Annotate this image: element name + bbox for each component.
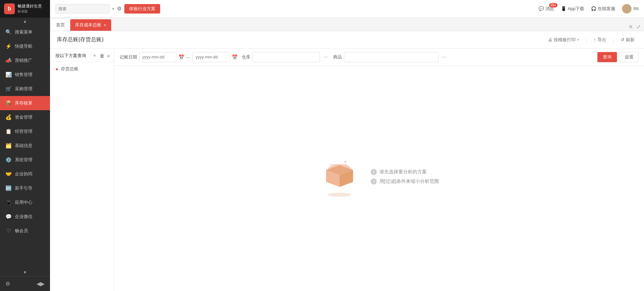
sidebar-item-sales[interactable]: 📊 销售管理: [0, 68, 50, 82]
headset-icon: 🎧: [591, 6, 596, 11]
finance-icon: 💰: [5, 114, 11, 120]
tip-num-2: 2: [371, 178, 377, 185]
close-panel-button[interactable]: ✕: [628, 23, 634, 31]
messages-button[interactable]: 💬 消息 99+: [539, 6, 554, 12]
sidebar-item-label: 营销推广: [15, 57, 32, 64]
enterprise-icon: 🤝: [5, 171, 11, 177]
tab-close-icon[interactable]: ✕: [103, 23, 106, 27]
sidebar-scroll-up[interactable]: ▲: [0, 18, 50, 25]
sidebar-item-label: 企业协同: [15, 171, 32, 177]
sidebar-item-label: 采购管理: [15, 86, 32, 92]
online-service-button[interactable]: 🎧 在线客服: [591, 6, 615, 12]
collapse-icon[interactable]: ◀▶: [36, 281, 45, 287]
purchase-icon: 🛒: [5, 86, 11, 92]
sidebar-item-label: 畅会员: [15, 228, 28, 234]
sidebar-item-label: 销售管理: [15, 72, 32, 78]
printer-icon: 🖨: [548, 37, 552, 42]
scroll-up-icon[interactable]: ▲: [0, 19, 50, 24]
refresh-icon: ↺: [621, 37, 624, 42]
refresh-button[interactable]: ↺ 刷新: [618, 35, 637, 44]
sidebar-footer: ⚙ ◀▶: [0, 276, 50, 291]
sidebar-item-label: 资金管理: [15, 114, 32, 120]
sidebar-item-enterprise[interactable]: 🤝 企业协同: [0, 167, 50, 181]
online-service-label: 在线客服: [598, 6, 615, 12]
sidebar-item-wechat[interactable]: 💬 企业微信: [0, 210, 50, 224]
warehouse-filter-group: 仓库 ···: [242, 52, 329, 62]
right-panel: 记账日期 📅 — 📅 仓库 ··· 商品 ···: [114, 49, 644, 291]
sidebar-item-newguide[interactable]: 🆕 新手引导: [0, 181, 50, 195]
date-label: 记账日期: [120, 54, 137, 60]
print-template-button[interactable]: 🖨 按模板打印 ▾: [545, 35, 582, 44]
tip-item-1: 1 请先选择要分析的方案: [371, 169, 439, 175]
tab-inventory-ledger[interactable]: 库存成本总账 ✕: [70, 19, 111, 31]
settings-button[interactable]: 设置: [620, 52, 639, 62]
sidebar-item-basic[interactable]: 🗂️ 基础信息: [0, 139, 50, 153]
sidebar-item-purchase[interactable]: 🛒 采购管理: [0, 82, 50, 96]
collapse-filter-button[interactable]: «: [107, 53, 110, 59]
sidebar-item-search[interactable]: 🔍 搜索菜单: [0, 25, 50, 39]
scheme-icon: ●: [55, 66, 58, 72]
basic-icon: 🗂️: [5, 143, 11, 149]
warehouse-input[interactable]: [252, 52, 320, 62]
expand-panel-button[interactable]: ⤢: [636, 23, 641, 31]
tab-home[interactable]: 首页: [51, 19, 70, 31]
print-dropdown-icon[interactable]: ▾: [577, 38, 579, 42]
product-more-button[interactable]: ···: [441, 54, 448, 60]
promo-button[interactable]: 体验行业方案: [124, 4, 160, 14]
sidebar-item-finance[interactable]: 💰 资金管理: [0, 110, 50, 124]
empty-illustration: ✦ ✦ ✦: [319, 158, 360, 199]
sidebar-scroll-down[interactable]: ▼: [0, 269, 50, 276]
scheme-item-inventory-ledger[interactable]: ● 存货总账: [50, 62, 114, 76]
sidebar-item-label: 系统管理: [15, 157, 32, 163]
warehouse-more-button[interactable]: ···: [322, 54, 329, 60]
user-profile-button[interactable]: Rit: [622, 4, 639, 14]
product-input[interactable]: [344, 52, 439, 62]
member-icon: ♡: [5, 228, 11, 234]
inventory-ledger-tab-label: 库存成本总账: [75, 22, 101, 28]
empty-content: ✦ ✦ ✦ 1 请先选择要分析的方案 2 用[过滤]条件来缩小分析范围: [319, 158, 439, 199]
sidebar-item-member[interactable]: ♡ 畅会员: [0, 224, 50, 238]
svg-text:✦: ✦: [329, 163, 332, 166]
add-scheme-button[interactable]: ＋: [92, 53, 97, 59]
topbar: ▾ ⚙ 体验行业方案 💬 消息 99+ 📱 App下载 🎧 在线客服 Rit: [50, 0, 644, 18]
sidebar-item-inventory[interactable]: 📦 库存核算: [0, 96, 50, 110]
app-logo: b 畅捷通好生意 标准版: [0, 0, 50, 18]
dropdown-arrow-icon[interactable]: ▾: [112, 6, 114, 11]
sidebar-item-label: 基础信息: [15, 143, 32, 149]
export-button[interactable]: ↑ 导出: [591, 35, 609, 44]
sidebar-item-label: 应用中心: [15, 199, 32, 205]
apps-icon: 📱: [5, 199, 11, 205]
calendar-to-icon[interactable]: 📅: [232, 54, 238, 60]
scroll-down-icon[interactable]: ▼: [0, 270, 50, 275]
search-input[interactable]: [55, 4, 109, 14]
sidebar-item-system[interactable]: ⚙️ 系统管理: [0, 153, 50, 167]
sidebar-item-operations[interactable]: 📋 经营管理: [0, 124, 50, 139]
sidebar-item-quicknav[interactable]: ⚡ 快捷导航: [0, 39, 50, 53]
query-button[interactable]: 查询: [597, 52, 617, 62]
sidebar-item-label: 搜索菜单: [15, 29, 32, 35]
app-download-button[interactable]: 📱 App下载: [561, 6, 584, 12]
settings-icon[interactable]: ⚙: [5, 281, 10, 287]
empty-box-svg: ✦ ✦ ✦: [319, 158, 360, 199]
tip-text-2: 用[过滤]条件来缩小分析范围: [379, 178, 439, 185]
filter-header-actions: ＋ 🗑 «: [92, 53, 110, 59]
calendar-from-icon[interactable]: 📅: [178, 54, 184, 60]
sidebar-item-apps[interactable]: 📱 应用中心: [0, 195, 50, 210]
message-icon: 💬: [539, 6, 544, 11]
sidebar-item-marketing[interactable]: 📣 营销推广: [0, 53, 50, 68]
scheme-label: 存货总账: [61, 66, 78, 72]
delete-scheme-button[interactable]: 🗑: [100, 53, 104, 59]
main-area: ▾ ⚙ 体验行业方案 💬 消息 99+ 📱 App下载 🎧 在线客服 Rit: [50, 0, 644, 291]
page-actions: 🖨 按模板打印 ▾ | ↑ 导出 | ↺ 刷新: [545, 35, 637, 44]
topbar-gear-icon[interactable]: ⚙: [117, 5, 122, 12]
home-tab-label: 首页: [56, 22, 65, 28]
empty-state: ✦ ✦ ✦ 1 请先选择要分析的方案 2 用[过滤]条件来缩小分析范围: [114, 66, 644, 291]
svg-text:✦: ✦: [344, 160, 347, 164]
tip-item-2: 2 用[过滤]条件来缩小分析范围: [371, 178, 439, 185]
phone-icon: 📱: [561, 6, 566, 11]
filter-header-label: 按以下方案查询: [55, 53, 86, 59]
sidebar-item-label: 快捷导航: [15, 43, 32, 49]
date-from-input[interactable]: [139, 52, 176, 62]
date-to-input[interactable]: [193, 52, 230, 62]
date-filter-group: 记账日期 📅 — 📅: [120, 52, 238, 62]
